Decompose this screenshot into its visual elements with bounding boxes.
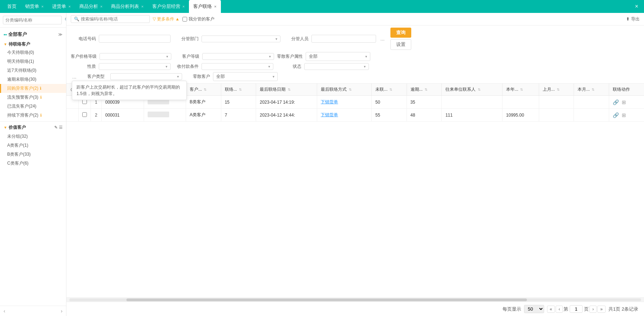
my-customers-checkbox[interactable] bbox=[182, 17, 187, 22]
nav-item-sales[interactable]: 销货单 × bbox=[21, 0, 48, 13]
sidebar-item-class-a[interactable]: A类客户(1) bbox=[0, 141, 66, 150]
more-filters-button[interactable]: ▽ 更多条件 ▲ bbox=[153, 16, 180, 22]
sidebar-item-repurchase-anomaly[interactable]: 回购异常客户(2) ℹ bbox=[0, 84, 66, 93]
nav-item-analysis[interactable]: 商品分析 × bbox=[75, 0, 107, 13]
close-purchase-icon[interactable]: × bbox=[68, 4, 70, 9]
nav-item-home[interactable]: 首页 bbox=[3, 0, 21, 13]
row2-grid-icon[interactable]: ⊞ bbox=[622, 112, 626, 118]
sidebar-item-class-b[interactable]: B类客户(33) bbox=[0, 150, 66, 159]
sidebar-body: ▪▪ 全部客户 ≫ ▼ 待联络客户 今天待联络(0) 明天待联络(1) 近7天待… bbox=[0, 28, 66, 306]
page-number-input[interactable] bbox=[570, 305, 583, 313]
row1-last-method[interactable]: 下销货单 bbox=[317, 96, 372, 109]
close-sales-icon[interactable]: × bbox=[41, 4, 43, 9]
th-last-method[interactable]: 最后联络方式 ⇅ bbox=[317, 84, 372, 96]
price-grade-dropdown[interactable]: ▾ bbox=[99, 53, 171, 60]
row1-grid-icon[interactable]: ⊞ bbox=[622, 99, 626, 105]
retail-customer-dropdown[interactable]: 全部 ▾ bbox=[213, 72, 278, 81]
close-all-tabs-button[interactable]: × bbox=[632, 3, 641, 10]
sidebar-search-input[interactable] bbox=[3, 16, 62, 24]
this-year-sort-icon[interactable]: ⇅ bbox=[520, 88, 523, 91]
close-customer-contact-icon[interactable]: × bbox=[214, 4, 216, 9]
nav-item-analysis-list[interactable]: 商品分析列表 × bbox=[107, 0, 148, 13]
sidebar-pending-section[interactable]: ▼ 待联络客户 bbox=[0, 40, 66, 48]
last-month-sort-icon[interactable]: ⇅ bbox=[557, 88, 560, 91]
sidebar-item-7days-pending[interactable]: 近7天待联络(0) bbox=[0, 66, 66, 75]
scrollbar-thumb[interactable] bbox=[126, 298, 527, 301]
th-overdue[interactable]: 逾期... ⇅ bbox=[407, 84, 442, 96]
payment-dropdown[interactable]: ▾ bbox=[201, 63, 273, 70]
nav-item-customer-ops[interactable]: 客户分层经营 × bbox=[148, 0, 189, 13]
export-button[interactable]: ⬆ 导出 bbox=[626, 16, 640, 22]
nature-dropdown[interactable]: ▾ bbox=[99, 63, 171, 70]
contact-person-sort-icon[interactable]: ⇅ bbox=[478, 88, 481, 91]
th-contact[interactable]: 联络... ⇅ bbox=[221, 84, 256, 96]
sidebar-item-tomorrow-pending[interactable]: 明天待联络(1) bbox=[0, 57, 66, 66]
value-section-edit-icon[interactable]: ✎ bbox=[54, 125, 57, 130]
status-dropdown[interactable]: ▾ bbox=[304, 63, 369, 70]
next-page-button[interactable]: › bbox=[589, 306, 597, 313]
page-size-select[interactable]: 50 100 200 bbox=[524, 305, 544, 313]
th-last-date[interactable]: 最后联络日期 ⇅ bbox=[256, 84, 317, 96]
sidebar-item-overdue[interactable]: 逾期未联络(30) bbox=[0, 75, 66, 84]
sidebar-item-today-pending[interactable]: 今天待联络(0) bbox=[0, 48, 66, 57]
scroll-right-icon[interactable]: › bbox=[61, 308, 62, 314]
nav-item-customer-contact[interactable]: 客户联络 × bbox=[189, 0, 221, 13]
customer-type-dropdown[interactable]: ▾ bbox=[110, 73, 182, 80]
th-type[interactable]: 客户... ⇅ bbox=[186, 84, 221, 96]
table-row: 2 000031 A类客户 7 2023-04-12 14:44: 下销货单 5… bbox=[66, 109, 644, 122]
th-this-month[interactable]: 本月... ⇅ bbox=[574, 84, 609, 96]
manager-input[interactable] bbox=[311, 35, 376, 43]
dept-dropdown[interactable]: ▾ bbox=[201, 36, 281, 42]
last-page-button[interactable]: » bbox=[597, 306, 606, 313]
sidebar-search-icon[interactable]: 🔍 bbox=[63, 16, 66, 24]
contact-sort-icon[interactable]: ⇅ bbox=[239, 88, 242, 91]
sidebar-all-customers-header[interactable]: ▪▪ 全部客户 ≫ bbox=[0, 29, 66, 40]
close-customer-ops-icon[interactable]: × bbox=[182, 4, 185, 9]
row2-overdue: 48 bbox=[407, 109, 442, 122]
last-date-sort-icon[interactable]: ⇅ bbox=[288, 88, 291, 91]
row2-contact: 7 bbox=[221, 109, 256, 122]
row2-last-method-link[interactable]: 下销货单 bbox=[321, 112, 338, 117]
value-section-more-icon[interactable]: ☰ bbox=[59, 125, 62, 130]
nav-item-purchase[interactable]: 进货单 × bbox=[48, 0, 75, 13]
first-page-button[interactable]: « bbox=[547, 306, 555, 313]
collapse-sidebar-icon[interactable]: ≫ bbox=[58, 32, 62, 37]
overdue-sort-icon[interactable]: ⇅ bbox=[425, 88, 427, 91]
retail-attr-dropdown[interactable]: 全部 ▾ bbox=[306, 52, 370, 61]
row2-link-icon[interactable]: 🔗 bbox=[613, 112, 619, 118]
sidebar-item-ungrouped[interactable]: 未分组(32) bbox=[0, 132, 66, 141]
sidebar-value-section[interactable]: ▼ 价值客户 ✎ ☰ bbox=[0, 123, 66, 132]
type-sort-icon[interactable]: ⇅ bbox=[204, 88, 207, 91]
my-customers-toggle[interactable]: 我分管的客户 bbox=[182, 16, 214, 22]
row2-checkbox[interactable] bbox=[82, 112, 87, 117]
last-method-sort-icon[interactable]: ⇅ bbox=[349, 88, 352, 91]
phone-input[interactable] bbox=[99, 35, 171, 43]
close-analysis-list-icon[interactable]: × bbox=[141, 4, 143, 9]
th-this-year[interactable]: 本年... ⇅ bbox=[502, 84, 539, 96]
customer-grade-dropdown[interactable]: ▾ bbox=[202, 53, 274, 60]
row2-name[interactable] bbox=[144, 109, 186, 122]
horizontal-scrollbar[interactable] bbox=[66, 297, 644, 302]
th-contact-person[interactable]: 往来单位联系人 ⇅ bbox=[442, 84, 502, 96]
settings-button[interactable]: 设置 bbox=[390, 39, 411, 50]
row4-more-dots[interactable]: ... bbox=[72, 74, 77, 80]
unpaid-sort-icon[interactable]: ⇅ bbox=[389, 88, 392, 91]
th-unpaid[interactable]: 未联... ⇅ bbox=[372, 84, 407, 96]
prev-page-button[interactable]: ‹ bbox=[556, 306, 563, 313]
row1-link-icon[interactable]: 🔗 bbox=[613, 99, 619, 105]
sidebar-item-declining[interactable]: 持续下滑客户(2) ℹ bbox=[0, 111, 66, 120]
sidebar-item-churn-warning[interactable]: 流失预警客户(3) ℹ bbox=[0, 93, 66, 102]
query-button[interactable]: 查询 bbox=[390, 28, 411, 38]
sidebar-item-class-c[interactable]: C类客户(6) bbox=[0, 159, 66, 168]
this-month-sort-icon[interactable]: ⇅ bbox=[592, 88, 594, 91]
sidebar-item-churned[interactable]: 已流失客户(24) bbox=[0, 102, 66, 111]
row2-checkbox-cell[interactable] bbox=[79, 109, 91, 122]
row2-last-method[interactable]: 下销货单 bbox=[317, 109, 372, 122]
manager-more-dots[interactable]: ... bbox=[380, 36, 385, 42]
close-analysis-icon[interactable]: × bbox=[100, 4, 102, 9]
row1-last-method-link[interactable]: 下销货单 bbox=[321, 99, 338, 104]
th-last-month[interactable]: 上月... ⇅ bbox=[539, 84, 574, 96]
nature-label: 性质 bbox=[71, 63, 96, 70]
main-search-input[interactable] bbox=[81, 16, 147, 22]
scroll-left-icon[interactable]: ‹ bbox=[4, 308, 5, 314]
